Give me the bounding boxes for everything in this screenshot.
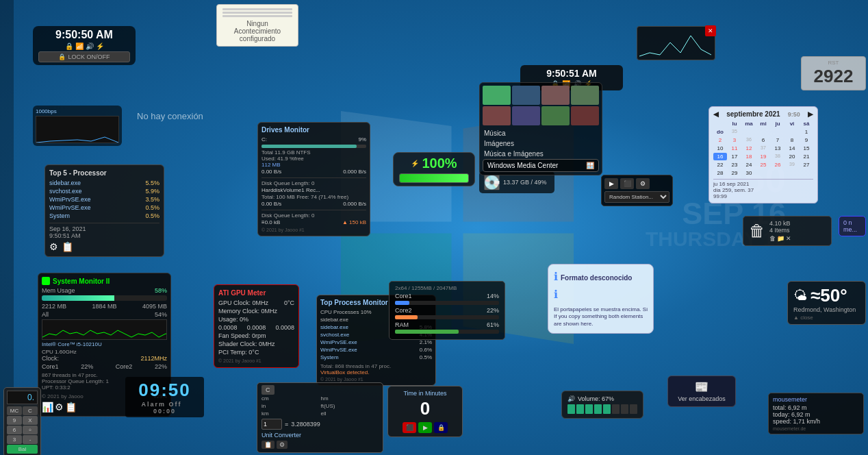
wmc-button[interactable]: Windows Media Center 🪟 — [483, 159, 599, 172]
media-grid — [483, 86, 599, 125]
top5-process-list: sidebar.exe 5.5% svchost.exe 5.9% WmiPrv… — [49, 179, 159, 220]
recycle-action-1[interactable]: 🗑 — [769, 235, 776, 242]
media-thumb-7[interactable] — [541, 106, 570, 125]
top5-widget: Top 5 - Processor sidebar.exe 5.5% svcho… — [44, 164, 164, 257]
calc-3-btn[interactable]: 3 — [7, 435, 22, 444]
big-clock-widget: 09:50 Alarm Off 00:00 — [125, 377, 204, 417]
proc-row-1: sidebar.exe 5.5% — [49, 179, 159, 187]
lock-icon: 🔒 — [58, 53, 66, 60]
calendar-grid: lu ma mi ju vi sá do 35 1 2 3 36 6 7 8 9… — [713, 120, 813, 177]
network-graph — [36, 116, 119, 143]
top5-title: Top 5 - Processor — [49, 169, 159, 177]
media-thumb-1[interactable] — [483, 86, 511, 105]
recycle-action-2[interactable]: 📁 — [777, 235, 784, 242]
recycle-icon: 🗑 — [749, 221, 765, 241]
calc-9-btn[interactable]: 9 — [7, 416, 22, 425]
volume-icon: 🔊 — [567, 395, 575, 402]
cal-prev[interactable]: ◀ — [713, 110, 719, 118]
weather-widget: 🌤 ≈50° Redmond, Washington ▲ close — [787, 281, 866, 325]
graph-svg — [639, 29, 713, 58]
cpuram-widget: 2x64 / 1255MB / 2047MB Core114% Core222%… — [389, 281, 505, 340]
time-in-minutes-widget: Time in Minutes 0 ⬛ ▶ 🔒 — [387, 386, 463, 437]
mem-bar-fill — [42, 295, 114, 301]
unit-copy-btn[interactable]: 📋 — [261, 441, 275, 449]
calc-display: 0. — [7, 391, 38, 404]
proc-row-3: WmiPrvSE.exe 3.5% — [49, 195, 159, 204]
close-button[interactable]: ✕ — [705, 25, 716, 36]
cpu-svg — [42, 320, 166, 339]
radio-widget: ▶ ⬛ ⚙ Random Station... — [601, 175, 673, 206]
unit-converter-widget: C cmhm inft(US) kmell = 3.2808399 Unit C… — [257, 382, 383, 453]
cal-next[interactable]: ▶ — [808, 110, 813, 118]
media-thumb-2[interactable] — [512, 86, 540, 105]
media-thumb-5[interactable] — [483, 106, 511, 125]
graph-widget: ✕ — [637, 26, 715, 60]
drive-c: C:9% — [261, 136, 366, 143]
calc-mc-btn[interactable]: MC — [7, 406, 22, 415]
timem-play-btn[interactable]: ▶ — [418, 422, 432, 433]
calc-div-btn[interactable]: ÷ — [23, 426, 38, 434]
drives-widget: Drives Monitor C:9% Total 11.9 GB NTFS U… — [257, 122, 370, 236]
media-thumb-6[interactable] — [512, 106, 540, 125]
network-widget: 1000bps — [33, 106, 122, 146]
calc-x-btn[interactable]: X — [23, 416, 38, 425]
wmc-icon: 🪟 — [586, 162, 594, 169]
recycle-widget: 🗑 4.10 kB 4 Items 🗑 📁 ✕ — [743, 216, 832, 246]
calc-c-btn[interactable]: C — [23, 406, 38, 415]
radio-stop[interactable]: ⬛ — [620, 178, 634, 189]
network-svg — [36, 116, 118, 143]
cpu-graph — [42, 319, 167, 340]
mem-usage-bar — [42, 295, 167, 301]
unknown-icon: ℹ — [554, 270, 558, 283]
clock-time: 9:50:50 AM — [38, 29, 130, 41]
battery-bar — [399, 173, 469, 183]
sysmon-title: System Monitor II — [42, 277, 167, 285]
gpu-meter-widget: ATI GPU Meter GPU Clock: 0MHz0°C Memory … — [214, 284, 299, 368]
unit-settings-btn[interactable]: ⚙ — [277, 441, 288, 449]
calendar-widget: ◀ septiembre 2021 9:50 ▶ lu ma mi ju vi … — [709, 106, 818, 204]
media-thumb-4[interactable] — [571, 86, 599, 105]
media-thumb-8[interactable] — [571, 106, 599, 125]
rss-widget: 📰 Ver encabezados — [667, 376, 736, 407]
unknown-widget: ℹ Formato desconocido ℹ El portapapeles … — [548, 264, 654, 334]
disk-icon: 💽 — [483, 174, 500, 190]
mousemeter-widget: mousemeter total: 6,92 m today: 6,92 m s… — [768, 393, 864, 434]
timem-stop-btn[interactable]: ⬛ — [403, 422, 416, 433]
no-connection-text: No hay conexión — [137, 111, 203, 121]
rst-widget: RST 2922 — [801, 56, 866, 90]
notepad-text: Ningun Acontecimiento configurado — [222, 20, 292, 42]
volume-bar — [567, 404, 637, 414]
radio-station-select[interactable]: Random Station... — [604, 191, 669, 203]
rss-icon: 📰 — [674, 380, 730, 393]
recycle-action-3[interactable]: ✕ — [786, 235, 791, 242]
volume-widget: 🔊 Volume: 67% — [561, 391, 643, 419]
weather-icon: 🌤 — [793, 288, 807, 304]
media-thumb-3[interactable] — [541, 86, 570, 105]
drives-title: Drives Monitor — [261, 126, 366, 134]
sysmon-indicator — [42, 277, 50, 285]
proc-row-2: svchost.exe 5.9% — [49, 187, 159, 195]
calculator-widget: 0. MC C 9 X 6 ÷ 3 - Bal — [3, 387, 41, 455]
nme-widget: 0 n me... — [839, 216, 866, 236]
proc-row-4: WmiPrvSE.exe 0.5% — [49, 204, 159, 212]
notepad-widget: Ningun Acontecimiento configurado — [216, 4, 298, 47]
unit-input[interactable] — [261, 419, 282, 430]
battery-widget: ⚡ 100% — [393, 152, 475, 186]
calc-6-btn[interactable]: 6 — [7, 426, 22, 434]
battery-fill — [400, 174, 468, 182]
gpu-title: ATI GPU Meter — [218, 289, 294, 297]
battery-icon: ⚡ — [411, 160, 419, 167]
lock-button[interactable]: 🔒 LOCK ON/OFF — [38, 51, 130, 62]
calc-minus-btn[interactable]: - — [23, 435, 38, 444]
proc-row-5: System 0.5% — [49, 212, 159, 220]
media-widget: Música Imágenes Música e Imágenes Window… — [479, 82, 602, 175]
radio-play[interactable]: ▶ — [604, 178, 618, 189]
mem-usage-row: Mem Usage 58% — [42, 287, 167, 294]
timem-lock-btn[interactable]: 🔒 — [434, 422, 448, 433]
calc-bal-btn[interactable]: Bal — [7, 445, 38, 454]
clock-topleft-widget: 9:50:50 AM 🔒 📶 🔊 ⚡ 🔒 LOCK ON/OFF — [33, 26, 136, 65]
radio-settings[interactable]: ⚙ — [636, 178, 650, 189]
